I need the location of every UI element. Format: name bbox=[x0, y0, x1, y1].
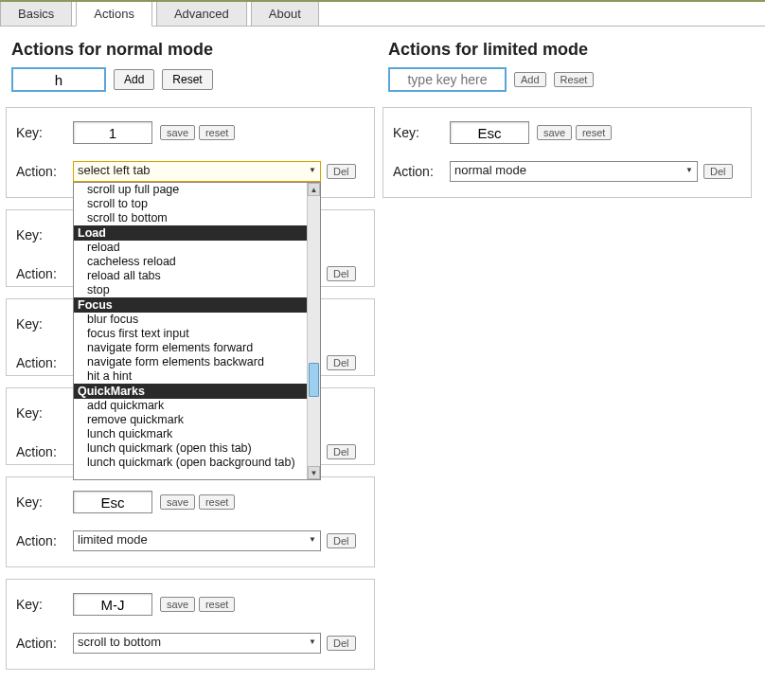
dropdown-group-header: Focus bbox=[74, 297, 320, 313]
key-label: Key: bbox=[16, 125, 73, 140]
key-label: Key: bbox=[16, 316, 73, 332]
dropdown-option[interactable]: navigate form elements backward bbox=[74, 355, 320, 369]
scroll-up-icon[interactable]: ▲ bbox=[308, 183, 320, 196]
limited-add-button[interactable]: Add bbox=[514, 72, 546, 87]
tabstrip: Basics Actions Advanced About bbox=[0, 0, 765, 27]
card-save-button[interactable]: save bbox=[160, 125, 195, 140]
normal-mode-column: Actions for normal mode Add Reset Key: s… bbox=[6, 34, 375, 675]
card-key-input[interactable] bbox=[73, 121, 152, 144]
action-label: Action: bbox=[393, 164, 450, 179]
scroll-thumb[interactable] bbox=[309, 363, 319, 397]
dropdown-option[interactable]: lunch quickmark bbox=[74, 427, 320, 441]
action-card: Key: save reset Action: limited mode Del bbox=[6, 476, 375, 567]
dropdown-option[interactable]: scroll to top bbox=[74, 197, 320, 211]
dropdown-option[interactable]: hit a hint bbox=[74, 369, 320, 384]
tab-about[interactable]: About bbox=[251, 2, 319, 27]
dropdown-option[interactable]: scroll to bottom bbox=[74, 211, 320, 225]
tab-basics[interactable]: Basics bbox=[0, 2, 72, 27]
card-del-button[interactable]: Del bbox=[327, 636, 356, 651]
dropdown-option[interactable]: navigate form elements forward bbox=[74, 341, 320, 355]
normal-reset-button[interactable]: Reset bbox=[162, 69, 212, 90]
key-label: Key: bbox=[16, 597, 73, 612]
action-card: Key: save reset Action: normal mode Del bbox=[382, 107, 752, 198]
card-del-button[interactable]: Del bbox=[327, 266, 356, 281]
card-del-button[interactable]: Del bbox=[327, 444, 356, 459]
card-action-select[interactable]: limited mode bbox=[73, 530, 321, 551]
action-label: Action: bbox=[16, 444, 73, 459]
normal-heading: Actions for normal mode bbox=[11, 40, 375, 60]
card-action-select[interactable]: select left tab bbox=[73, 161, 321, 182]
action-label: Action: bbox=[16, 533, 73, 548]
card-reset-button[interactable]: reset bbox=[199, 597, 235, 612]
card-reset-button[interactable]: reset bbox=[199, 494, 235, 510]
dropdown-option[interactable]: stop bbox=[74, 283, 320, 297]
dropdown-option[interactable]: remove quickmark bbox=[74, 413, 320, 427]
dropdown-option[interactable]: blur focus bbox=[74, 313, 320, 327]
action-label: Action: bbox=[16, 164, 73, 179]
scroll-down-icon[interactable]: ▼ bbox=[308, 466, 320, 479]
normal-add-button[interactable]: Add bbox=[114, 69, 154, 90]
limited-mode-column: Actions for limited mode Add Reset Key: … bbox=[382, 34, 752, 675]
action-dropdown-panel: scroll up full pagescroll to topscroll t… bbox=[73, 182, 321, 480]
card-reset-button[interactable]: reset bbox=[199, 125, 235, 140]
key-label: Key: bbox=[393, 125, 450, 140]
card-del-button[interactable]: Del bbox=[703, 164, 733, 179]
key-label: Key: bbox=[16, 494, 73, 510]
dropdown-option[interactable]: focus first text input bbox=[74, 327, 320, 341]
tab-advanced[interactable]: Advanced bbox=[156, 2, 247, 27]
card-del-button[interactable]: Del bbox=[327, 533, 356, 548]
card-del-button[interactable]: Del bbox=[327, 355, 356, 370]
tab-actions[interactable]: Actions bbox=[76, 2, 152, 27]
card-key-input[interactable] bbox=[450, 121, 529, 144]
dropdown-option[interactable]: reload bbox=[74, 241, 320, 255]
dropdown-option[interactable]: reload all tabs bbox=[74, 269, 320, 283]
dropdown-option[interactable]: add quickmark bbox=[74, 399, 320, 413]
dropdown-option[interactable]: scroll up full page bbox=[74, 183, 320, 197]
dropdown-group-header: QuickMarks bbox=[74, 384, 320, 399]
key-label: Key: bbox=[16, 227, 73, 242]
card-save-button[interactable]: save bbox=[537, 125, 572, 140]
action-label: Action: bbox=[16, 266, 73, 281]
dropdown-option[interactable]: lunch quickmark (open this tab) bbox=[74, 441, 320, 456]
limited-heading: Actions for limited mode bbox=[388, 40, 752, 60]
action-label: Action: bbox=[16, 355, 73, 370]
dropdown-option[interactable]: lunch quickmark (open background tab) bbox=[74, 456, 320, 470]
action-label: Action: bbox=[16, 636, 73, 651]
card-save-button[interactable]: save bbox=[160, 494, 195, 510]
card-action-select[interactable]: normal mode bbox=[450, 161, 698, 182]
card-key-input[interactable] bbox=[73, 491, 152, 513]
action-card: Key: save reset Action: scroll to bottom… bbox=[6, 579, 375, 670]
key-label: Key: bbox=[16, 405, 73, 421]
limited-key-input[interactable] bbox=[388, 67, 507, 92]
normal-key-input[interactable] bbox=[11, 67, 106, 92]
card-key-input[interactable] bbox=[73, 593, 152, 616]
card-reset-button[interactable]: reset bbox=[576, 125, 612, 140]
dropdown-scrollbar[interactable]: ▲ ▼ bbox=[307, 183, 320, 479]
dropdown-option[interactable]: cacheless reload bbox=[74, 255, 320, 269]
action-card: Key: save reset Action: select left tab … bbox=[6, 107, 375, 198]
card-del-button[interactable]: Del bbox=[327, 164, 356, 179]
card-save-button[interactable]: save bbox=[160, 597, 195, 612]
dropdown-group-header: Load bbox=[74, 225, 320, 241]
limited-reset-button[interactable]: Reset bbox=[554, 72, 595, 87]
card-action-select[interactable]: scroll to bottom bbox=[73, 633, 321, 654]
